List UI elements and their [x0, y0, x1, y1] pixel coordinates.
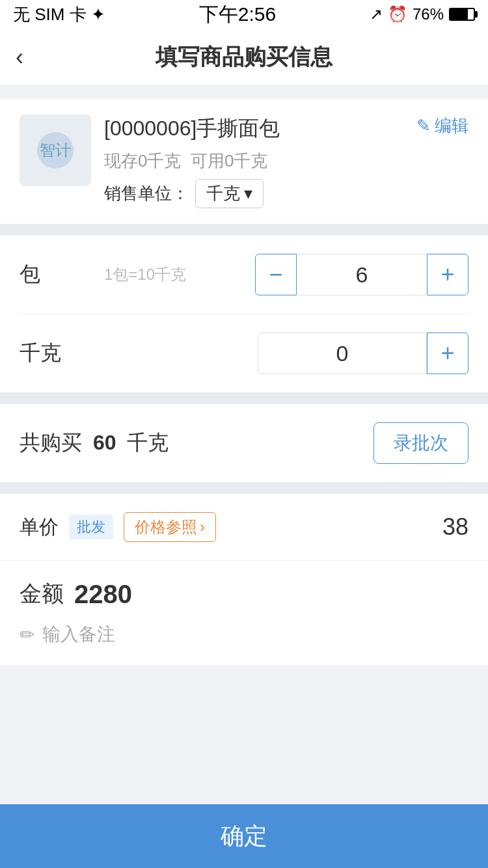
package-plus-button[interactable]: +: [427, 254, 468, 295]
amount-row: 金额 2280: [20, 579, 468, 609]
input-section: 包 1包=10千克 − + 千克 +: [0, 236, 488, 392]
kg-stepper: +: [258, 332, 468, 374]
note-placeholder: 输入备注: [42, 622, 115, 647]
note-row[interactable]: ✏ 输入备注: [20, 622, 468, 647]
batch-button[interactable]: 录批次: [373, 422, 468, 464]
edit-icon: ✎: [416, 116, 431, 136]
kg-row: 千克 +: [20, 314, 468, 392]
separator-3: [0, 482, 488, 494]
pencil-icon: ✏: [20, 624, 34, 645]
product-name: [0000006]手撕面包: [104, 115, 280, 143]
alarm-icon: ⏰: [388, 5, 407, 23]
package-stepper: − +: [255, 254, 468, 295]
product-stock: 现存0千克 可用0千克: [104, 150, 468, 172]
status-time: 下午2:56: [199, 1, 276, 28]
dropdown-icon: ▾: [244, 183, 252, 204]
back-button[interactable]: ‹: [16, 44, 23, 71]
package-label: 包: [20, 260, 98, 289]
location-icon: ↗: [370, 5, 383, 23]
summary-section: 共购买 60 千克 录批次: [0, 404, 488, 482]
package-row: 包 1包=10千克 − +: [20, 236, 468, 314]
product-top-row: [0000006]手撕面包 ✎ 编辑: [104, 115, 468, 150]
package-hint: 1包=10千克: [104, 264, 255, 285]
edit-button[interactable]: ✎ 编辑: [416, 115, 468, 137]
price-type-badge: 批发: [69, 515, 113, 539]
status-signal: 无 SIM 卡 ✦: [13, 3, 105, 26]
price-value: 38: [442, 513, 468, 541]
separator-1: [0, 224, 488, 236]
status-bar: 无 SIM 卡 ✦ 下午2:56 ↗ ⏰ 76%: [0, 0, 488, 29]
page-title: 填写商品购买信息: [156, 42, 332, 72]
package-input[interactable]: [297, 254, 427, 295]
nav-bar: ‹ 填写商品购买信息: [0, 29, 488, 86]
price-ref-button[interactable]: 价格参照 ›: [124, 512, 216, 542]
summary-text: 共购买 60 千克: [20, 429, 169, 457]
amount-section: 金额 2280 ✏ 输入备注: [0, 561, 488, 665]
product-thumbnail: 智计: [20, 115, 91, 186]
product-unit: 销售单位： 千克 ▾: [104, 179, 468, 208]
price-label: 单价: [20, 514, 59, 541]
separator-2: [0, 392, 488, 404]
price-section: 单价 批发 价格参照 › 38: [0, 494, 488, 561]
kg-input[interactable]: [258, 332, 427, 374]
svg-text:智计: 智计: [40, 141, 71, 159]
chevron-right-icon: ›: [200, 518, 205, 536]
unit-select[interactable]: 千克 ▾: [195, 179, 264, 208]
battery-level: 76%: [413, 5, 444, 23]
battery-icon: [449, 8, 475, 21]
kg-plus-button[interactable]: +: [427, 332, 468, 374]
package-minus-button[interactable]: −: [255, 254, 297, 295]
amount-label: 金额: [20, 579, 64, 609]
product-logo-icon: 智计: [36, 131, 75, 170]
product-card: 智计 [0000006]手撕面包 ✎ 编辑 现存0千克 可用0千克 销售单位： …: [0, 99, 488, 224]
kg-label: 千克: [20, 339, 98, 368]
confirm-button[interactable]: 确定: [0, 804, 488, 868]
status-right: ↗ ⏰ 76%: [370, 5, 475, 23]
amount-value: 2280: [74, 580, 132, 609]
product-info: [0000006]手撕面包 ✎ 编辑 现存0千克 可用0千克 销售单位： 千克 …: [104, 115, 468, 208]
